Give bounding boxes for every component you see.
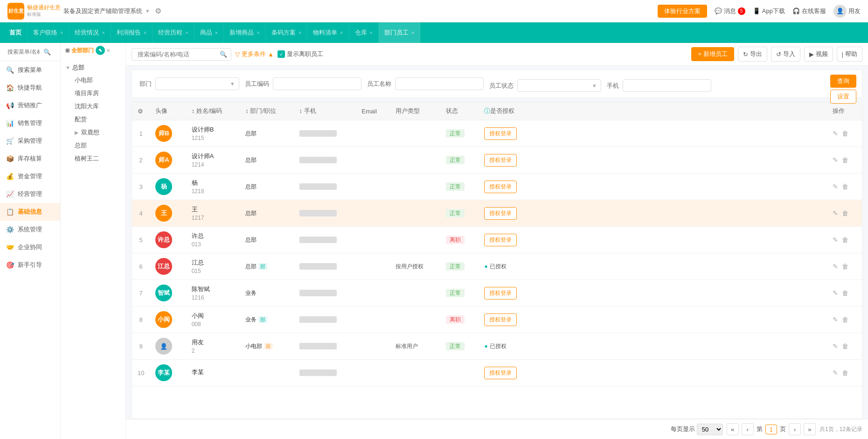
auth-button[interactable]: 授权登录 — [484, 207, 517, 220]
close-icon[interactable]: × — [257, 30, 259, 35]
auth-button[interactable]: 授权登录 — [484, 367, 517, 379]
sidebar-item-collab[interactable]: 🤝 企业协同 — [0, 238, 60, 256]
delete-icon[interactable]: 🗑 — [842, 183, 848, 190]
cell-auth[interactable]: 授权登录 — [479, 307, 535, 333]
sidebar-item-search[interactable]: 🔍 搜索菜单 — [0, 61, 60, 79]
edit-icon[interactable]: ✎ — [833, 342, 838, 350]
auth-button[interactable]: 授权登录 — [484, 287, 517, 300]
gear-icon[interactable]: ⚙ — [155, 7, 161, 15]
delete-icon[interactable]: 🗑 — [842, 369, 848, 376]
nav-tab-add-goods[interactable]: 新增商品 × — [224, 22, 265, 43]
more-filter-button[interactable]: ▽ 更多条件 ▲ — [235, 50, 274, 58]
delete-icon[interactable]: 🗑 — [842, 316, 848, 323]
cell-auth[interactable]: 授权登录 — [479, 360, 535, 386]
import-button[interactable]: ↺ 导入 — [771, 47, 800, 62]
help-button[interactable]: | 帮助 — [837, 47, 862, 62]
close-icon[interactable]: × — [411, 30, 414, 35]
sidebar-item-inventory[interactable]: 📦 库存核算 — [0, 150, 60, 167]
cell-auth[interactable]: 授权登录 — [479, 120, 535, 147]
nav-tab-customer[interactable]: 客户联络 × — [28, 22, 69, 43]
video-button[interactable]: ▶ 视频 — [804, 47, 833, 62]
nav-tab-profit[interactable]: 利润报告 × — [111, 22, 153, 43]
delete-icon[interactable]: 🗑 — [842, 289, 848, 297]
sidebar-search-input[interactable] — [4, 47, 43, 57]
edit-icon[interactable]: ✎ — [833, 316, 838, 323]
cell-auth[interactable]: 授权登录 — [479, 200, 535, 227]
dept-node-hq[interactable]: 总部 — [65, 139, 125, 152]
per-page-select[interactable]: 50 100 200 — [697, 424, 723, 435]
auth-button[interactable]: 授权登录 — [484, 127, 517, 140]
edit-icon[interactable]: ✎ — [833, 263, 838, 270]
nav-tab-warehouse[interactable]: 仓库 × — [349, 22, 379, 43]
empstatus-filter-select[interactable]: ▾ — [517, 79, 601, 92]
cell-auth[interactable]: 授权登录 — [479, 147, 535, 174]
dept-node-shuanglu[interactable]: ▶双鹿想 — [65, 126, 125, 139]
dept-node-zhishu[interactable]: 植树王二 — [65, 152, 125, 165]
add-employee-button[interactable]: + 新增员工 — [691, 47, 734, 61]
edit-icon[interactable]: ✎ — [833, 289, 838, 297]
edit-icon[interactable]: ✎ — [833, 156, 838, 164]
search-input[interactable] — [136, 49, 220, 60]
col-dept-position[interactable]: ↕ 部门/职位 — [240, 102, 293, 120]
dept-node-headquarters-parent[interactable]: ▼ 总部 — [61, 62, 125, 74]
edit-icon[interactable]: ✎ — [833, 369, 838, 376]
sidebar-item-purchase[interactable]: 🛒 采购管理 — [0, 132, 60, 150]
col-phone[interactable]: ↕ 手机 — [294, 102, 356, 120]
empcode-filter-input[interactable] — [273, 77, 361, 90]
auth-button[interactable]: 授权登录 — [484, 314, 517, 326]
dept-node-shenyang[interactable]: 沈阳大库 — [65, 100, 125, 113]
close-icon[interactable]: × — [102, 30, 104, 35]
sidebar-item-business[interactable]: 📈 经营管理 — [0, 185, 60, 203]
dropdown-arrow-icon[interactable]: ▾ — [146, 7, 149, 14]
edit-icon[interactable]: ✎ — [833, 209, 838, 217]
close-icon[interactable]: × — [215, 30, 218, 35]
message-button[interactable]: 💬 消息 5 — [715, 7, 745, 15]
delete-icon[interactable]: 🗑 — [842, 236, 848, 244]
filter-search-button[interactable]: 查询 — [830, 75, 856, 88]
nav-tab-home[interactable]: 首页 — [4, 22, 28, 43]
nav-tab-bom[interactable]: 物料清单 × — [307, 22, 349, 43]
cell-auth[interactable]: 授权登录 — [479, 174, 535, 200]
show-resigned-toggle[interactable]: ✓ 显示离职员工 — [278, 50, 323, 58]
cell-auth[interactable]: 授权登录 — [479, 280, 535, 307]
col-settings[interactable]: ⚙ — [132, 102, 150, 120]
close-icon[interactable]: × — [185, 30, 188, 35]
dept-node-deliver[interactable]: 配货 — [65, 113, 125, 126]
sidebar-item-marketing[interactable]: 📢 营销推广 — [0, 97, 60, 114]
nav-tab-goods[interactable]: 商品 × — [194, 22, 224, 43]
dept-filter-select[interactable]: ▾ — [155, 77, 239, 90]
delete-icon[interactable]: 🗑 — [842, 130, 848, 137]
phone-filter-input[interactable] — [623, 79, 711, 92]
sidebar-item-guide[interactable]: 🎯 新手引导 — [0, 256, 60, 274]
dept-node-projroom[interactable]: 项目库房 — [65, 87, 125, 100]
dept-edit-button[interactable]: ✎ — [96, 46, 105, 55]
sidebar-item-sales[interactable]: 📊 销售管理 — [0, 114, 60, 132]
collapse-icon[interactable]: « — [107, 47, 110, 54]
close-icon[interactable]: × — [299, 30, 301, 35]
delete-icon[interactable]: 🗑 — [842, 156, 848, 164]
last-page-button[interactable]: » — [804, 423, 816, 435]
delete-icon[interactable]: 🗑 — [842, 342, 848, 350]
online-service-button[interactable]: 🎧 在线客服 — [792, 7, 826, 15]
sidebar-item-finance[interactable]: 💰 资金管理 — [0, 167, 60, 185]
close-icon[interactable]: × — [340, 30, 343, 35]
next-page-button[interactable]: › — [789, 423, 801, 435]
sidebar-item-system[interactable]: ⚙️ 系统管理 — [0, 221, 60, 238]
auth-button[interactable]: 授权登录 — [484, 234, 517, 246]
nav-tab-barcode[interactable]: 条码方案 × — [266, 22, 307, 43]
user-menu-button[interactable]: 👤 用友 — [833, 5, 861, 18]
delete-icon[interactable]: 🗑 — [842, 263, 848, 270]
filter-reset-button[interactable]: 设置 — [830, 90, 856, 104]
trial-button[interactable]: 体验行业方案 — [658, 5, 707, 18]
empname-filter-input[interactable] — [395, 77, 484, 90]
sidebar-item-basic[interactable]: 📋 基础信息 — [0, 203, 60, 221]
nav-tab-department[interactable]: 部门员工 × — [379, 22, 420, 43]
auth-button[interactable]: 授权登录 — [484, 181, 517, 193]
prev-page-button[interactable]: ‹ — [742, 423, 754, 435]
col-name-code[interactable]: ↕ 姓名/编码 — [186, 102, 240, 120]
edit-icon[interactable]: ✎ — [833, 236, 838, 244]
close-icon[interactable]: × — [370, 30, 373, 35]
dept-node-xdept[interactable]: 小电部 — [65, 74, 125, 87]
first-page-button[interactable]: « — [727, 423, 739, 435]
delete-icon[interactable]: 🗑 — [842, 209, 848, 217]
